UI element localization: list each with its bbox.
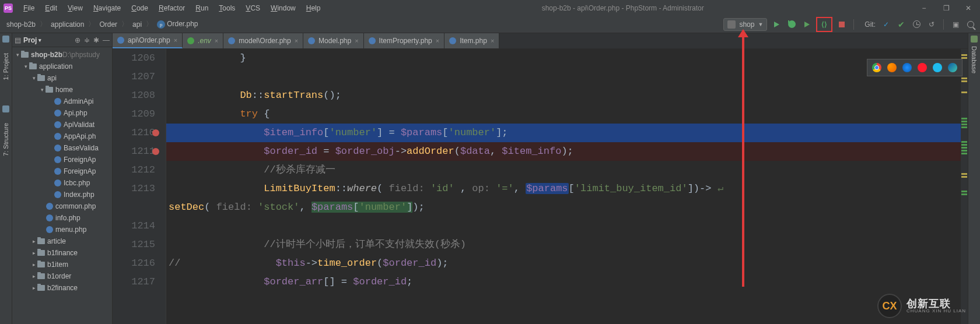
tree-arrow[interactable]: ▾ [31,75,37,81]
menu-file[interactable]: File [19,2,39,15]
code-line[interactable] [166,217,961,235]
editor-tab[interactable]: ItemProperty.php× [364,33,445,48]
rail-label-1-project[interactable]: 1: Project [2,51,9,82]
tree-folder[interactable]: ▸b1finance [12,247,112,259]
tree-arrow[interactable]: ▾ [15,52,20,58]
tree-file[interactable]: menu.php [12,224,112,235]
project-panel-title[interactable]: Proj▾ [23,36,41,44]
menu-help[interactable]: Help [302,2,326,15]
menu-run[interactable]: Run [191,2,213,15]
code-line[interactable]: LimitBuyItem::where( field: 'id' , op: '… [166,179,961,198]
menu-code[interactable]: Code [127,2,153,15]
search-everywhere-button[interactable] [965,19,977,30]
tree-arrow[interactable]: ▸ [31,285,37,291]
project-tree[interactable]: ▾shop-b2b D:\phpstudy▾application▾api▾ho… [12,47,112,295]
breadcrumb-0[interactable]: shop-b2b [4,19,38,30]
tree-arrow[interactable]: ▾ [23,64,29,69]
tree-folder[interactable]: ▸b2finance [12,282,112,294]
editor-tab[interactable]: .env× [183,33,223,48]
code-line[interactable]: setDec( field: 'stock', $params['number'… [166,198,961,217]
tab-close-icon[interactable]: × [174,37,177,44]
line-number[interactable]: 1213 [113,179,155,198]
editor-tab[interactable]: api\Order.php× [113,33,183,48]
close-button[interactable]: ✕ [965,4,972,12]
tree-file[interactable]: Icbc.php [12,177,112,189]
run-coverage-button[interactable] [801,19,813,30]
code-editor[interactable]: 1206120712081209121012111212121312141215… [113,49,968,324]
ie-icon[interactable] [933,63,942,72]
tree-arrow[interactable]: ▸ [31,273,37,279]
vcs-commit-button[interactable]: ✔ [895,19,907,30]
breadcrumb-2[interactable]: Order [96,19,120,30]
tree-file[interactable]: ForeignAp [12,154,112,165]
tree-arrow[interactable]: ▸ [31,262,37,267]
tree-folder[interactable]: ▸b1item [12,259,112,270]
menu-edit[interactable]: Edit [40,2,62,15]
breakpoint-icon[interactable] [152,129,159,136]
tree-file[interactable]: info.php [12,212,112,224]
menu-refactor[interactable]: Refactor [154,2,190,15]
tab-close-icon[interactable]: × [491,37,494,44]
tab-close-icon[interactable]: × [295,37,298,44]
code-content[interactable]: } Db::startTrans(); try { $item_info['nu… [166,49,961,324]
database-rail-label[interactable]: Database [971,44,978,76]
run-button[interactable] [771,19,782,30]
menu-window[interactable]: Window [266,2,300,15]
tree-folder[interactable]: ▾home [12,84,112,96]
line-number[interactable]: 1208 [113,86,155,105]
expand-all-icon[interactable]: ≑ [84,36,90,44]
line-number[interactable]: 1216 [113,254,155,273]
listen-debug-button[interactable]: ⟨⟩ [818,19,830,30]
gutter[interactable]: 1206120712081209121012111212121312141215… [113,49,166,324]
breadcrumb-3[interactable]: api [130,19,145,30]
run-configuration-selector[interactable]: shop ▼ [723,18,767,31]
tab-close-icon[interactable]: × [436,37,439,44]
code-line[interactable]: try { [166,105,961,124]
opera-icon[interactable] [918,63,927,72]
breadcrumb-1[interactable]: application [48,19,87,30]
rail-label-7-structure[interactable]: 7: Structure [2,121,9,159]
code-line[interactable]: } [166,49,961,68]
tree-folder[interactable]: ▾application [12,61,112,72]
breadcrumb-4[interactable]: pOrder.php [154,19,201,30]
debug-button[interactable] [786,19,797,30]
code-line[interactable]: $order_id = $order_obj->addOrder($data, … [166,142,961,161]
tree-folder[interactable]: ▾api [12,72,112,84]
line-number[interactable]: 1212 [113,161,155,179]
ide-settings-button[interactable]: ▣ [950,19,961,30]
line-number[interactable]: 1210 [113,124,155,142]
editor-tab[interactable]: Model.php× [303,33,363,48]
line-number[interactable]: 1206 [113,49,155,68]
tree-arrow[interactable]: ▾ [39,87,45,93]
vcs-history-button[interactable] [911,19,922,30]
maximize-button[interactable]: ❐ [943,4,950,12]
editor-tab[interactable]: Item.php× [444,33,499,48]
stop-button[interactable] [836,19,848,30]
tree-file[interactable]: AdminApi [12,96,112,107]
line-number[interactable] [113,198,155,217]
code-line[interactable]: //秒杀库存减一 [166,161,961,179]
vcs-revert-button[interactable]: ↺ [926,19,937,30]
firefox-icon[interactable] [887,63,897,72]
hide-panel-icon[interactable]: — [103,36,110,44]
line-number[interactable]: 1217 [113,273,155,291]
tree-file[interactable]: Index.php [12,189,112,200]
tab-close-icon[interactable]: × [215,37,218,44]
tree-file[interactable]: ApiValidat [12,119,112,131]
tab-close-icon[interactable]: × [355,37,358,44]
menu-tools[interactable]: Tools [214,2,240,15]
line-number[interactable]: 1214 [113,217,155,235]
tree-arrow[interactable]: ▸ [31,238,37,244]
settings-gear-icon[interactable]: ✱ [93,36,99,44]
editor-tab[interactable]: model\Order.php× [223,33,303,48]
menu-view[interactable]: View [63,2,88,15]
code-line[interactable] [166,68,961,86]
tree-file[interactable]: AppApi.ph [12,131,112,142]
menu-vcs[interactable]: VCS [241,2,265,15]
tree-arrow[interactable]: ▸ [31,250,37,256]
code-line[interactable]: $order_arr[] = $order_id; [166,273,961,291]
tree-folder[interactable]: ▾shop-b2b D:\phpstudy [12,49,112,61]
line-number[interactable]: 1209 [113,105,155,124]
select-target-icon[interactable]: ⊕ [75,36,80,44]
safari-icon[interactable] [902,63,912,72]
